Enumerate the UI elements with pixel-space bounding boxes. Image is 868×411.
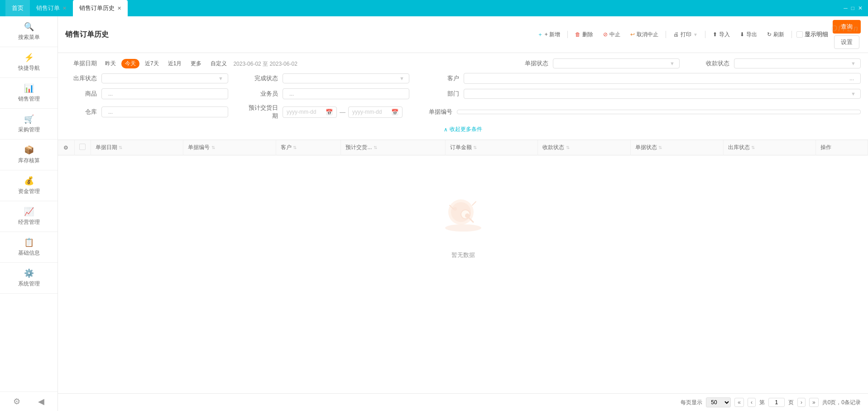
sort-date-icon[interactable]: ⇅	[119, 145, 122, 150]
sales-rep-dots[interactable]: ...	[288, 91, 296, 97]
sales-rep-select[interactable]: ...	[283, 88, 409, 99]
cancel-stop-icon: ↩	[630, 31, 635, 38]
expected-delivery-start[interactable]: yyyy-mm-dd 📅	[283, 106, 337, 118]
tab-sales-order-history[interactable]: 销售订单历史 ✕	[73, 0, 128, 16]
calendar-start-icon: 📅	[326, 109, 333, 116]
prev-page-button[interactable]: ‹	[748, 398, 756, 407]
tab-home[interactable]: 首页	[5, 0, 30, 16]
sort-number-icon[interactable]: ⇅	[211, 145, 215, 150]
sort-customer-icon[interactable]: ⇅	[293, 145, 297, 150]
payment-status-select[interactable]: ▼	[734, 58, 861, 68]
outbound-dropdown-icon: ▼	[218, 76, 223, 81]
sort-amount-icon[interactable]: ⇅	[473, 145, 477, 150]
next-page-button[interactable]: ›	[797, 398, 806, 407]
page-title: 销售订单历史	[65, 30, 109, 39]
cancel-stop-button[interactable]: ↩ 取消中止	[628, 29, 661, 40]
setting-button[interactable]: 设置	[834, 35, 859, 49]
sidebar-item-fund-mgmt[interactable]: 💰 资金管理	[0, 170, 58, 201]
data-table: ⚙ 单据日期 ⇅ 单据编号 ⇅	[58, 140, 868, 155]
empty-state: 暂无数据	[58, 155, 868, 295]
sidebar-item-purchase-mgmt[interactable]: 🛒 采购管理	[0, 109, 58, 140]
show-detail-checkbox[interactable]	[796, 31, 803, 38]
warehouse-dots[interactable]: ...	[106, 109, 115, 115]
sidebar-item-basic-info[interactable]: 📋 基础信息	[0, 232, 58, 263]
per-page-select[interactable]: 20 50 100	[706, 397, 731, 407]
warehouse-input-group: ...	[101, 106, 228, 117]
date-tag-more[interactable]: 更多	[187, 59, 205, 68]
outbound-status-select[interactable]: ▼	[101, 73, 228, 83]
tab-sales-order[interactable]: 销售订单 ✕	[30, 0, 73, 16]
refresh-button[interactable]: ↻ 刷新	[764, 29, 787, 40]
print-icon: 🖨	[673, 31, 679, 38]
select-all-checkbox[interactable]	[79, 144, 86, 150]
sidebar-collapse-icon[interactable]: ◀	[38, 396, 44, 406]
sort-delivery-icon[interactable]: ⇅	[374, 145, 377, 150]
collapse-button[interactable]: ∧ 收起更多条件	[444, 125, 482, 134]
sidebar-settings-icon[interactable]: ⚙	[13, 396, 20, 406]
date-tag-custom[interactable]: 自定义	[207, 59, 230, 68]
completion-status-label: 完成状态	[246, 74, 283, 82]
product-dots[interactable]: ...	[106, 91, 115, 97]
stop-button[interactable]: ⊘ 中止	[600, 29, 623, 40]
expected-delivery-end[interactable]: yyyy-mm-dd 📅	[348, 106, 403, 118]
search-menu-icon: 🔍	[24, 22, 34, 32]
col-check[interactable]	[74, 140, 91, 155]
sidebar-item-system-mgmt[interactable]: ⚙️ 系统管理	[0, 263, 58, 294]
last-page-button[interactable]: »	[809, 398, 819, 407]
tab-sales-order-close[interactable]: ✕	[62, 5, 67, 11]
date-separator: —	[340, 109, 345, 116]
sidebar-item-sales-mgmt-label: 销售管理	[18, 95, 40, 103]
import-button[interactable]: ⬆ 导入	[710, 29, 733, 40]
sidebar-item-purchase-mgmt-label: 采购管理	[18, 126, 40, 134]
empty-illustration	[436, 192, 490, 247]
new-icon: ＋	[537, 31, 543, 39]
sidebar-item-operation-mgmt[interactable]: 📈 经营管理	[0, 201, 58, 232]
date-tag-yesterday[interactable]: 昨天	[101, 59, 120, 68]
expected-delivery-label: 预计交货日期	[246, 104, 283, 120]
page-label: 第	[759, 399, 765, 406]
minimize-icon[interactable]: ─	[844, 5, 848, 11]
sidebar-item-search-menu[interactable]: 🔍 搜索菜单	[0, 16, 58, 47]
sort-outbound-icon[interactable]: ⇅	[751, 145, 755, 150]
sidebar-bottom: ⚙ ◀	[0, 392, 58, 411]
tab-sales-order-label: 销售订单	[36, 4, 60, 12]
sidebar-item-fund-mgmt-label: 资金管理	[18, 188, 40, 195]
print-button[interactable]: 🖨 打印 ▼	[671, 29, 700, 40]
new-button[interactable]: ＋ + 新增	[535, 29, 563, 40]
order-status-select[interactable]: ▼	[553, 58, 680, 68]
col-customer: 客户 ⇅	[276, 140, 341, 155]
page-input[interactable]	[768, 398, 785, 407]
first-page-button[interactable]: «	[734, 398, 744, 407]
query-button[interactable]: 查询	[833, 20, 861, 34]
tab-sales-order-history-close[interactable]: ✕	[117, 5, 121, 11]
sort-payment-icon[interactable]: ⇅	[566, 145, 570, 150]
col-settings-icon[interactable]: ⚙	[63, 145, 68, 151]
customer-select[interactable]: ...	[464, 73, 861, 84]
restore-icon[interactable]: □	[851, 5, 854, 11]
sidebar-item-sales-mgmt[interactable]: 📊 销售管理	[0, 78, 58, 109]
product-select[interactable]: ...	[101, 88, 228, 99]
export-button[interactable]: ⬇ 导出	[737, 29, 760, 40]
main-layout: 🔍 搜索菜单 ⚡ 快捷导航 📊 销售管理 🛒 采购管理 📦 库存核算 💰 资金管…	[0, 16, 868, 411]
customer-dots[interactable]: ...	[848, 75, 856, 82]
order-number-input[interactable]	[457, 110, 861, 114]
col-settings[interactable]: ⚙	[58, 140, 74, 155]
date-tag-today[interactable]: 今天	[121, 59, 139, 68]
query-setting-group: 查询 设置	[833, 20, 861, 49]
delete-icon: 🗑	[575, 31, 580, 38]
show-detail-toggle[interactable]: 显示明细	[796, 30, 828, 39]
sidebar-item-inventory-check[interactable]: 📦 库存核算	[0, 140, 58, 170]
sales-mgmt-icon: 📊	[24, 83, 34, 93]
date-tags: 昨天 今天 近7天 近1月 更多 自定义	[101, 59, 230, 68]
department-select[interactable]: ▼	[464, 89, 861, 99]
warehouse-select[interactable]: ...	[101, 106, 228, 117]
completion-status-select[interactable]: ▼	[283, 73, 409, 83]
date-tag-1month[interactable]: 近1月	[164, 59, 186, 68]
close-icon[interactable]: ✕	[858, 5, 863, 11]
sort-order-status-icon[interactable]: ⇅	[658, 145, 662, 150]
date-filter-value: 昨天 今天 近7天 近1月 更多 自定义 2023-06-02 至 2023-0…	[101, 59, 517, 68]
sidebar-item-quick-nav[interactable]: ⚡ 快捷导航	[0, 47, 58, 78]
delete-button[interactable]: 🗑 删除	[572, 29, 596, 40]
col-order-amount: 订单金额 ⇅	[445, 140, 538, 155]
date-tag-7days[interactable]: 近7天	[141, 59, 163, 68]
